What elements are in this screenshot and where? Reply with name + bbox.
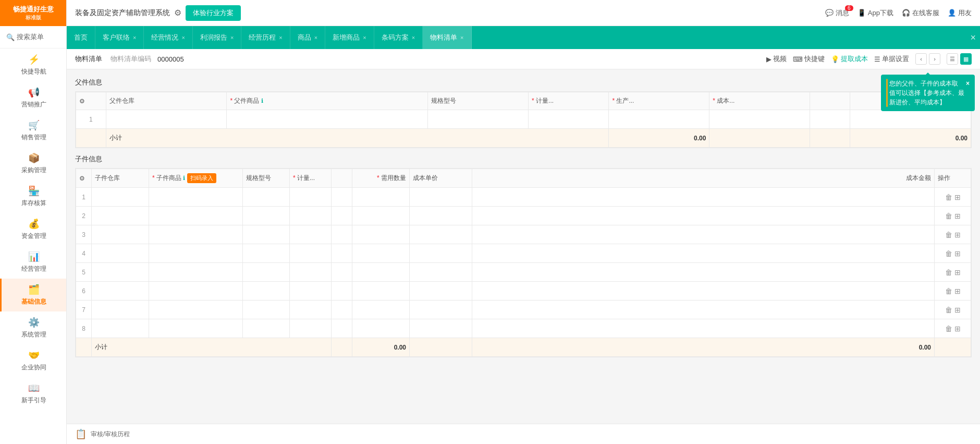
sidebar-item-guide[interactable]: 📖 新手引导 [0, 377, 66, 410]
view-video-button[interactable]: ▶ 视频 [766, 54, 787, 64]
tab-goods[interactable]: 商品 × [290, 26, 325, 49]
child-row-4-spec[interactable] [243, 244, 290, 263]
single-settings-button[interactable]: ☰ 单据设置 [874, 54, 909, 64]
tab-new-goods-close[interactable]: × [363, 34, 366, 41]
sidebar-item-system[interactable]: ⚙️ 系统管理 [0, 311, 66, 344]
child-row-5-unit[interactable] [290, 263, 332, 282]
child-row-1-warehouse[interactable] [92, 188, 149, 207]
parent-col-settings[interactable]: ⚙ [76, 92, 106, 110]
child-row-1-unit[interactable] [290, 188, 332, 207]
message-button[interactable]: 💬 消息 6 [825, 8, 849, 18]
child-row-2-unit-cost[interactable] [410, 207, 472, 225]
child-row-6-copy-icon[interactable]: ⊞ [954, 287, 961, 295]
child-row-7-spec[interactable] [243, 301, 290, 319]
parent-row-1-unit[interactable] [529, 110, 609, 129]
parent-row-1-warehouse[interactable] [106, 110, 227, 129]
child-row-4-warehouse[interactable] [92, 244, 149, 263]
child-row-7-unit-cost[interactable] [410, 301, 472, 319]
tooltip-close-button[interactable]: × [966, 79, 970, 88]
child-row-1-delete-icon[interactable]: 🗑 [945, 193, 952, 201]
tab-bom[interactable]: 物料清单 × [423, 26, 471, 49]
list-view-button[interactable]: ☰ [947, 53, 958, 65]
sidebar-item-enterprise[interactable]: 🤝 企业协同 [0, 344, 66, 377]
child-row-4-copy-icon[interactable]: ⊞ [954, 249, 961, 258]
child-goods-info-icon[interactable]: ℹ [183, 175, 185, 181]
prev-button[interactable]: ‹ [915, 53, 927, 65]
child-row-1-copy-icon[interactable]: ⊞ [954, 193, 961, 201]
parent-goods-info-icon[interactable]: ℹ [261, 98, 263, 104]
child-row-7-copy-icon[interactable]: ⊞ [954, 306, 961, 314]
table-view-button[interactable]: ▦ [960, 53, 972, 65]
sidebar-item-marketing[interactable]: 📢 营销推广 [0, 81, 66, 114]
parent-row-1-goods[interactable] [227, 110, 428, 129]
child-row-8-copy-icon[interactable]: ⊞ [954, 325, 961, 333]
child-row-4-unit[interactable] [290, 244, 332, 263]
tab-goods-close[interactable]: × [314, 34, 317, 41]
child-row-7-qty[interactable] [352, 301, 410, 319]
tab-bom-close[interactable]: × [460, 34, 463, 41]
child-row-2-unit[interactable] [290, 207, 332, 225]
child-row-4-unit-cost[interactable] [410, 244, 472, 263]
user-button[interactable]: 👤 用友 [948, 8, 972, 18]
child-row-3-spec[interactable] [243, 225, 290, 244]
child-row-6-goods[interactable] [149, 282, 243, 301]
tab-barcode[interactable]: 条码方案 × [374, 26, 423, 49]
child-row-2-goods[interactable] [149, 207, 243, 225]
child-row-5-warehouse[interactable] [92, 263, 149, 282]
child-row-2-spec[interactable] [243, 207, 290, 225]
child-row-6-delete-icon[interactable]: 🗑 [945, 287, 952, 295]
sidebar-item-operations[interactable]: 📊 经营管理 [0, 246, 66, 279]
online-service-button[interactable]: 🎧 在线客服 [902, 8, 939, 18]
tab-home[interactable]: 首页 [67, 26, 95, 49]
child-row-3-copy-icon[interactable]: ⊞ [954, 231, 961, 239]
child-row-1-unit-cost[interactable] [410, 188, 472, 207]
child-row-5-copy-icon[interactable]: ⊞ [954, 268, 961, 277]
sidebar-item-sales[interactable]: 🛒 销售管理 [0, 114, 66, 147]
shortcut-button[interactable]: ⌨ 快捷键 [793, 54, 825, 64]
child-row-3-unit-cost[interactable] [410, 225, 472, 244]
next-button[interactable]: › [929, 53, 940, 65]
child-row-6-spec[interactable] [243, 282, 290, 301]
child-row-6-unit-cost[interactable] [410, 282, 472, 301]
child-row-1-spec[interactable] [243, 188, 290, 207]
tab-barcode-close[interactable]: × [412, 34, 415, 41]
parent-row-1-spec[interactable] [428, 110, 529, 129]
child-row-5-unit-cost[interactable] [410, 263, 472, 282]
tab-customers-close[interactable]: × [133, 34, 136, 41]
child-row-3-qty[interactable] [352, 225, 410, 244]
child-row-5-spec[interactable] [243, 263, 290, 282]
app-download-button[interactable]: 📱 App下载 [858, 8, 893, 18]
child-row-1-goods[interactable] [149, 188, 243, 207]
tab-more-button[interactable]: × [970, 32, 980, 43]
child-row-4-delete-icon[interactable]: 🗑 [945, 249, 952, 258]
tab-profit[interactable]: 利润报告 × [193, 26, 241, 49]
search-menu-button[interactable]: 🔍 搜索菜单 [4, 30, 62, 44]
child-row-6-warehouse[interactable] [92, 282, 149, 301]
child-col-settings[interactable]: ⚙ [76, 169, 92, 188]
child-row-8-unit[interactable] [290, 319, 332, 338]
child-row-4-qty[interactable] [352, 244, 410, 263]
child-row-3-warehouse[interactable] [92, 225, 149, 244]
child-row-6-unit[interactable] [290, 282, 332, 301]
sidebar-item-basic-info[interactable]: 🗂️ 基础信息 [0, 279, 66, 311]
tab-profit-close[interactable]: × [230, 34, 234, 41]
sidebar-item-finance[interactable]: 💰 资金管理 [0, 213, 66, 246]
child-row-5-goods[interactable] [149, 263, 243, 282]
header-settings-button[interactable]: ⚙ [174, 8, 181, 18]
sidebar-item-quick-nav[interactable]: ⚡ 快捷导航 [0, 49, 66, 81]
child-row-7-delete-icon[interactable]: 🗑 [945, 306, 952, 314]
child-row-8-warehouse[interactable] [92, 319, 149, 338]
child-row-8-delete-icon[interactable]: 🗑 [945, 325, 952, 333]
child-row-7-warehouse[interactable] [92, 301, 149, 319]
scan-input-button[interactable]: 扫码录入 [187, 173, 216, 183]
child-row-8-qty[interactable] [352, 319, 410, 338]
child-row-2-copy-icon[interactable]: ⊞ [954, 212, 961, 220]
child-row-3-delete-icon[interactable]: 🗑 [945, 231, 952, 239]
tab-customers[interactable]: 客户联络 × [95, 26, 144, 49]
tab-operations-close[interactable]: × [181, 34, 185, 41]
tab-new-goods[interactable]: 新增商品 × [325, 26, 374, 49]
sidebar-item-inventory[interactable]: 🏪 库存核算 [0, 180, 66, 213]
child-row-8-unit-cost[interactable] [410, 319, 472, 338]
child-row-7-goods[interactable] [149, 301, 243, 319]
child-row-8-spec[interactable] [243, 319, 290, 338]
